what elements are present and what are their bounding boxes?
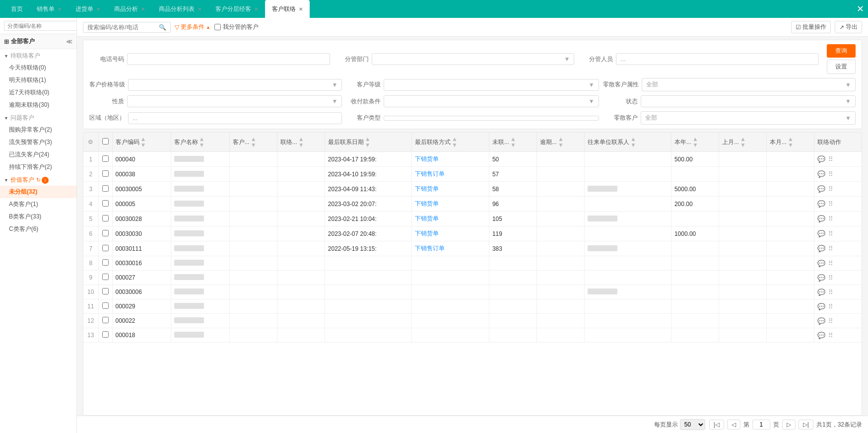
contact-way-link[interactable]: 下销售订单	[415, 170, 445, 177]
chat-icon[interactable]: 💬	[817, 200, 825, 208]
close-customer-contact-tab[interactable]: ✕	[299, 6, 303, 12]
batch-btn[interactable]: ☑ 批量操作	[791, 21, 831, 33]
more-icon[interactable]: ⠿	[828, 200, 833, 208]
sidebar-item-classB[interactable]: B类客户(33)	[0, 211, 76, 223]
row-checkbox[interactable]	[102, 200, 109, 207]
chat-icon[interactable]: 💬	[817, 245, 825, 252]
col-header-checkbox[interactable]	[98, 133, 112, 152]
filter-customer-type-select[interactable]	[384, 116, 599, 121]
sidebar-item-7days[interactable]: 近7天待联络(0)	[0, 86, 76, 99]
search-input[interactable]	[87, 24, 157, 31]
sidebar-item-churn-warning[interactable]: 流失预警客户(3)	[0, 136, 76, 148]
collapse-sidebar-btn[interactable]: ≪	[66, 38, 72, 45]
search-icon[interactable]: 🔍	[159, 24, 166, 31]
query-btn[interactable]: 查询	[827, 44, 856, 58]
sidebar-search-input[interactable]	[4, 21, 77, 31]
filter-price-level-select[interactable]: ▼	[128, 79, 342, 91]
row-checkbox[interactable]	[102, 230, 109, 236]
my-customer-check[interactable]	[214, 24, 221, 30]
page-input[interactable]	[752, 420, 770, 430]
chat-icon[interactable]: 💬	[817, 289, 825, 296]
filter-phone-input[interactable]	[127, 53, 330, 65]
first-page-btn[interactable]: |◁	[709, 420, 724, 430]
col-header-gear[interactable]: ⚙	[83, 133, 98, 152]
more-icon[interactable]: ⠿	[828, 230, 833, 237]
row-checkbox[interactable]	[102, 155, 109, 162]
chat-icon[interactable]: 💬	[817, 332, 825, 339]
more-icon[interactable]: ⠿	[828, 170, 833, 178]
more-icon[interactable]: ⠿	[828, 303, 833, 310]
more-icon[interactable]: ⠿	[828, 317, 833, 325]
close-product-analysis-list-tab[interactable]: ✕	[198, 6, 201, 12]
row-checkbox[interactable]	[102, 288, 109, 294]
close-sales-tab[interactable]: ✕	[58, 6, 62, 12]
last-page-btn[interactable]: ▷|	[799, 420, 813, 430]
chat-icon[interactable]: 💬	[817, 230, 825, 237]
chat-icon[interactable]: 💬	[817, 170, 825, 178]
refresh-icon[interactable]: ↻	[36, 177, 41, 183]
filter-region-select[interactable]: ...	[128, 112, 342, 124]
sidebar-item-churned[interactable]: 已流失客户(24)	[0, 148, 76, 161]
filter-payment-select[interactable]: ▼	[384, 95, 599, 107]
chat-icon[interactable]: 💬	[817, 274, 825, 282]
more-icon[interactable]: ⠿	[828, 332, 833, 339]
filter-retail-select[interactable]: 全部 ▼	[641, 111, 856, 125]
chat-icon[interactable]: 💬	[817, 215, 825, 222]
window-close-btn[interactable]: ✕	[857, 3, 864, 14]
row-checkbox[interactable]	[102, 215, 109, 221]
row-checkbox[interactable]	[102, 274, 109, 280]
sidebar-item-today[interactable]: 今天待联络(0)	[0, 62, 76, 74]
chat-icon[interactable]: 💬	[817, 155, 825, 163]
chat-icon[interactable]: 💬	[817, 260, 825, 267]
more-icon[interactable]: ⠿	[828, 260, 833, 267]
row-checkbox[interactable]	[102, 170, 109, 177]
sidebar-item-declining[interactable]: 持续下滑客户(2)	[0, 161, 76, 173]
row-checkbox[interactable]	[102, 302, 109, 309]
filter-person-select[interactable]: ...	[616, 53, 819, 65]
my-customer-checkbox[interactable]: 我分管的客户	[214, 23, 259, 31]
more-icon[interactable]: ⠿	[828, 274, 833, 282]
contact-way-link[interactable]: 下销货单	[415, 185, 439, 192]
tab-product-analysis-list[interactable]: 商品分析列表 ✕	[152, 0, 208, 18]
all-customers-header[interactable]: ⊞ 全部客户 ≪	[0, 34, 76, 49]
row-checkbox[interactable]	[102, 245, 109, 251]
filter-customer-level-select[interactable]: ▼	[384, 79, 599, 91]
close-purchase-tab[interactable]: ✕	[96, 6, 100, 12]
sidebar-item-tomorrow[interactable]: 明天待联络(1)	[0, 74, 76, 86]
prev-page-btn[interactable]: ◁	[727, 420, 740, 430]
row-checkbox[interactable]	[102, 259, 109, 266]
filter-more-btn[interactable]: ▽ 更多条件 ▲	[175, 23, 210, 31]
contact-way-link[interactable]: 下销货单	[415, 215, 439, 222]
more-icon[interactable]: ⠿	[828, 289, 833, 296]
close-product-analysis-tab[interactable]: ✕	[141, 6, 145, 12]
tab-customer-contact[interactable]: 客户联络 ✕	[265, 0, 310, 18]
sidebar-item-hoarding[interactable]: 囤购异常客户(2)	[0, 124, 76, 136]
contact-way-link[interactable]: 下销货单	[415, 200, 439, 207]
filter-dept-select[interactable]: ▼	[372, 53, 575, 65]
close-customer-seg-tab[interactable]: ✕	[254, 6, 258, 12]
tab-customer-segmentation[interactable]: 客户分层经客 ✕	[208, 0, 265, 18]
more-icon[interactable]: ⠿	[828, 155, 833, 163]
more-icon[interactable]: ⠿	[828, 185, 833, 193]
contact-way-link[interactable]: 下销货单	[415, 230, 439, 237]
tab-purchase[interactable]: 进货单 ✕	[68, 0, 107, 18]
tab-home[interactable]: 首页	[4, 0, 30, 18]
more-icon[interactable]: ⠿	[828, 215, 833, 222]
filter-status-select[interactable]: ▼	[641, 95, 856, 107]
filter-nature-select[interactable]: ▼	[127, 95, 342, 107]
filter-retail-attr-select[interactable]: 全部 ▼	[642, 78, 856, 91]
chat-icon[interactable]: 💬	[817, 303, 825, 310]
sidebar-item-classA[interactable]: A类客户(1)	[0, 198, 76, 211]
sidebar-item-classC[interactable]: C类客户(6)	[0, 223, 76, 235]
row-checkbox[interactable]	[102, 331, 109, 338]
contact-way-link[interactable]: 下销货单	[415, 155, 439, 162]
sidebar-item-ungroup[interactable]: 未分组(32)	[0, 186, 76, 198]
tab-sales[interactable]: 销售单 ✕	[30, 0, 68, 18]
reset-btn[interactable]: 设置	[827, 60, 856, 74]
export-btn[interactable]: ↗ 导出	[835, 21, 862, 33]
tab-product-analysis[interactable]: 商品分析 ✕	[107, 0, 152, 18]
next-page-btn[interactable]: ▷	[782, 420, 796, 430]
select-all-checkbox[interactable]	[102, 138, 109, 144]
chat-icon[interactable]: 💬	[817, 317, 825, 325]
more-icon[interactable]: ⠿	[828, 245, 833, 252]
